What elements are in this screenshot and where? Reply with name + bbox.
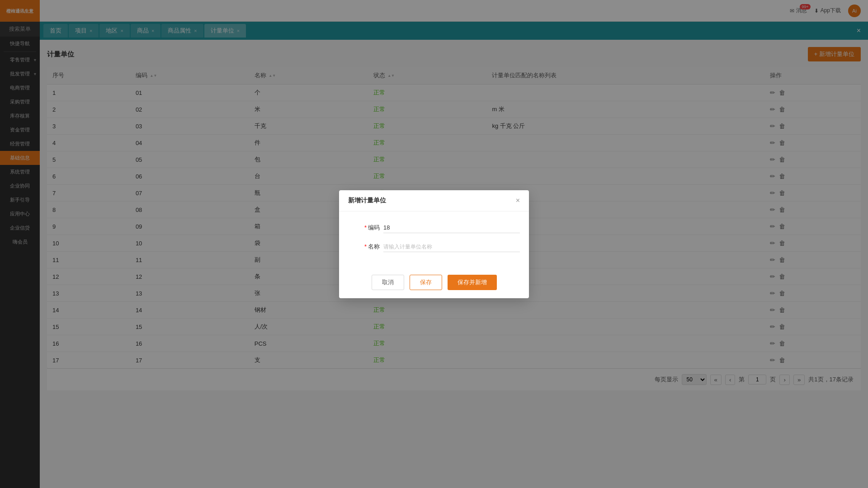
form-row-name: 名称 [348, 241, 520, 252]
add-unit-modal: 新增计量单位 × 编码 名称 取消 保存 保存并新增 [339, 190, 529, 298]
modal-close-button[interactable]: × [516, 197, 520, 205]
form-row-code: 编码 [348, 222, 520, 233]
modal-overlay[interactable]: 新增计量单位 × 编码 名称 取消 保存 保存并新增 [0, 0, 868, 488]
modal-title: 新增计量单位 [348, 197, 386, 205]
save-button[interactable]: 保存 [410, 275, 442, 290]
save-and-new-button[interactable]: 保存并新增 [448, 275, 497, 290]
name-input[interactable] [383, 241, 520, 252]
modal-footer: 取消 保存 保存并新增 [339, 269, 529, 298]
code-input[interactable] [383, 222, 520, 233]
form-label-name: 名称 [348, 243, 380, 251]
modal-body: 编码 名称 [339, 211, 529, 269]
modal-header: 新增计量单位 × [339, 190, 529, 211]
cancel-button[interactable]: 取消 [372, 275, 404, 290]
form-label-code: 编码 [348, 224, 380, 232]
